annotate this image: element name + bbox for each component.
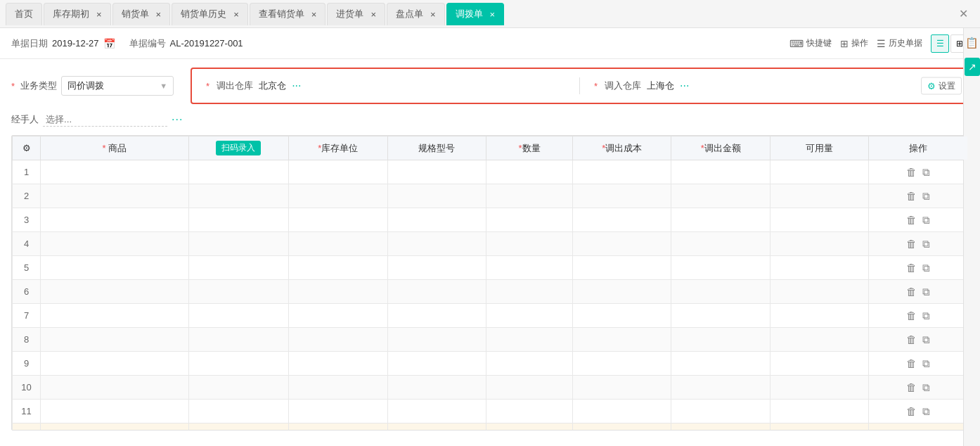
row-product[interactable] — [41, 352, 189, 376]
row-spec[interactable] — [387, 280, 486, 304]
row-product[interactable] — [41, 328, 189, 352]
tab-inventory-init-close[interactable]: × — [96, 9, 102, 20]
row-product[interactable] — [41, 184, 189, 208]
tab-view-sales-close[interactable]: × — [311, 9, 317, 20]
delete-icon[interactable]: 🗑 — [906, 262, 917, 274]
row-spec[interactable] — [387, 208, 486, 232]
row-spec[interactable] — [387, 352, 486, 376]
tab-transfer[interactable]: 调拨单 × — [446, 3, 505, 25]
copy-icon[interactable]: ⧉ — [922, 190, 930, 203]
tab-sales-history[interactable]: 销货单历史 × — [172, 3, 248, 25]
history-button[interactable]: ☰ 历史单据 — [877, 37, 922, 49]
row-cost[interactable] — [572, 352, 671, 376]
row-unit[interactable] — [289, 304, 388, 328]
delete-icon[interactable]: 🗑 — [906, 405, 917, 417]
copy-icon[interactable]: ⧉ — [922, 238, 930, 250]
tab-stocktake-close[interactable]: × — [430, 9, 436, 20]
row-spec[interactable] — [387, 304, 486, 328]
date-value[interactable]: 2019-12-27 — [52, 38, 99, 49]
tab-inventory-init[interactable]: 库存期初 × — [44, 3, 111, 25]
tab-sales-history-close[interactable]: × — [233, 9, 239, 20]
delete-icon[interactable]: 🗑 — [906, 166, 917, 178]
row-spec[interactable] — [387, 400, 486, 423]
row-unit[interactable] — [289, 352, 388, 376]
row-amount[interactable] — [671, 328, 771, 352]
row-cost[interactable] — [572, 160, 671, 184]
row-qty[interactable] — [486, 400, 573, 423]
row-amount[interactable] — [671, 232, 771, 256]
row-cost[interactable] — [572, 256, 671, 280]
row-product[interactable] — [41, 280, 189, 304]
row-qty[interactable] — [486, 256, 573, 280]
row-amount[interactable] — [671, 160, 771, 184]
row-unit[interactable] — [289, 328, 388, 352]
warehouse-out-more-icon[interactable]: ··· — [292, 79, 301, 92]
layout-list-button[interactable]: ☰ — [931, 34, 949, 53]
row-qty[interactable] — [486, 280, 573, 304]
tab-sales-order-close[interactable]: × — [156, 9, 162, 20]
warehouse-out-value[interactable]: 北京仓 — [259, 79, 286, 92]
copy-icon[interactable]: ⧉ — [922, 310, 930, 322]
delete-icon[interactable]: 🗑 — [906, 381, 917, 393]
row-qty[interactable] — [486, 376, 573, 400]
row-spec[interactable] — [387, 160, 486, 184]
row-amount[interactable] — [671, 208, 771, 232]
row-qty[interactable] — [486, 208, 573, 232]
row-qty[interactable] — [486, 184, 573, 208]
row-cost[interactable] — [572, 376, 671, 400]
row-product[interactable] — [41, 376, 189, 400]
row-unit[interactable] — [289, 232, 388, 256]
delete-icon[interactable]: 🗑 — [906, 214, 917, 226]
delete-icon[interactable]: 🗑 — [906, 333, 917, 345]
copy-icon[interactable]: ⧉ — [922, 357, 930, 370]
row-spec[interactable] — [387, 184, 486, 208]
delete-icon[interactable]: 🗑 — [906, 190, 917, 202]
delete-icon[interactable]: 🗑 — [906, 310, 917, 321]
scan-button[interactable]: 扫码录入 — [216, 141, 261, 155]
row-spec[interactable] — [387, 328, 486, 352]
row-amount[interactable] — [671, 304, 771, 328]
row-product[interactable] — [41, 304, 189, 328]
row-qty[interactable] — [486, 160, 573, 184]
row-amount[interactable] — [671, 256, 771, 280]
tab-sales-order[interactable]: 销货单 × — [112, 3, 171, 25]
tab-purchase-order-close[interactable]: × — [370, 9, 376, 20]
tab-view-sales[interactable]: 查看销货单 × — [250, 3, 326, 25]
row-cost[interactable] — [572, 328, 671, 352]
row-product[interactable] — [41, 232, 189, 256]
copy-icon[interactable]: ⧉ — [922, 262, 930, 274]
delete-icon[interactable]: 🗑 — [906, 286, 917, 298]
row-cost[interactable] — [572, 232, 671, 256]
warehouse-in-value[interactable]: 上海仓 — [647, 79, 674, 92]
row-cost[interactable] — [572, 208, 671, 232]
row-amount[interactable] — [671, 376, 771, 400]
row-product[interactable] — [41, 208, 189, 232]
row-unit[interactable] — [289, 256, 388, 280]
row-amount[interactable] — [671, 280, 771, 304]
row-qty[interactable] — [486, 328, 573, 352]
row-qty[interactable] — [486, 304, 573, 328]
person-more-icon[interactable]: ··· — [172, 113, 183, 126]
row-unit[interactable] — [289, 400, 388, 423]
row-qty[interactable] — [486, 352, 573, 376]
row-unit[interactable] — [289, 376, 388, 400]
row-amount[interactable] — [671, 352, 771, 376]
calendar-icon[interactable]: 📅 — [103, 38, 115, 49]
row-cost[interactable] — [572, 400, 671, 423]
row-spec[interactable] — [387, 376, 486, 400]
tab-purchase-order[interactable]: 进货单 × — [327, 3, 385, 25]
col-header-gear[interactable]: ⚙ — [13, 136, 41, 160]
copy-icon[interactable]: ⧉ — [922, 286, 930, 298]
row-product[interactable] — [41, 160, 189, 184]
row-cost[interactable] — [572, 184, 671, 208]
tab-home[interactable]: 首页 — [6, 3, 42, 25]
person-input[interactable] — [43, 113, 167, 127]
row-qty[interactable] — [486, 232, 573, 256]
subtotal-delete-icon[interactable]: 🗑 — [906, 429, 917, 431]
row-spec[interactable] — [387, 256, 486, 280]
row-amount[interactable] — [671, 184, 771, 208]
copy-icon[interactable]: ⧉ — [922, 333, 930, 346]
row-unit[interactable] — [289, 184, 388, 208]
row-unit[interactable] — [289, 208, 388, 232]
tab-stocktake[interactable]: 盘点单 × — [387, 3, 445, 25]
